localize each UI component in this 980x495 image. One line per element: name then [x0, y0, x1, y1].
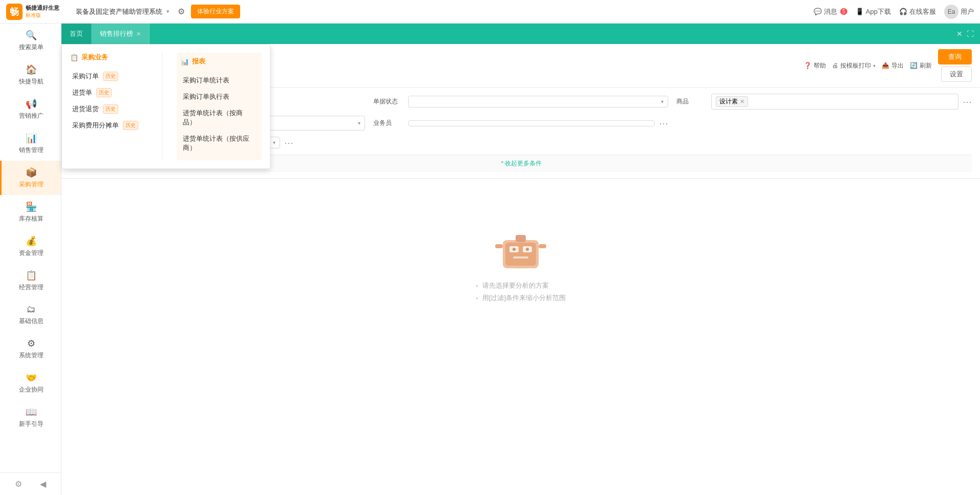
app-download-button[interactable]: 📱 App下载: [856, 7, 891, 16]
sidebar-item-purchase[interactable]: 📦 采购管理: [0, 161, 61, 195]
tab-close-window-icon[interactable]: ✕: [956, 30, 963, 38]
avatar: Ea: [944, 5, 958, 19]
system-title-bar: 装备及固定资产辅助管理系统 ▾ ⚙: [76, 7, 185, 16]
empty-tips: 请先选择要分析的方案 用[过滤]条件来缩小分析范围: [476, 281, 566, 306]
sidebar-bottom: ⚙ ◀: [0, 472, 61, 495]
trial-button[interactable]: 体验行业方案: [191, 5, 240, 18]
menu-item-purchase-order-stats[interactable]: 采购订单统计表: [181, 72, 258, 89]
report-section-title: 📊 报表: [181, 57, 258, 66]
sidebar-item-inventory[interactable]: 🏪 库存核算: [0, 195, 61, 229]
collapse-icon: ⌃: [500, 160, 505, 167]
tab-home[interactable]: 首页: [61, 24, 92, 44]
sidebar-item-nav[interactable]: 🏠 快捷导航: [0, 58, 61, 92]
goods-more-icon[interactable]: ⋯: [963, 96, 972, 107]
sidebar-label-system: 系统管理: [19, 351, 44, 360]
sidebar-item-finance[interactable]: 💰 资金管理: [0, 229, 61, 264]
goods-tag-remove[interactable]: ✕: [740, 98, 744, 105]
filter-goods: 商品 设计素 ✕ ⋯: [676, 94, 972, 110]
messages-button[interactable]: 💬 消息 5: [814, 7, 847, 16]
tab-sales-rank-label: 销售排行榜: [100, 29, 133, 38]
header-right: 💬 消息 5 📱 App下载 🎧 在线客服 Ea 用户: [814, 5, 974, 19]
export-button[interactable]: 📤 导出: [882, 61, 904, 70]
sidebar-item-sales[interactable]: 📊 销售管理: [0, 126, 61, 161]
status-input[interactable]: ▾: [408, 96, 669, 107]
sidebar-label-operation: 经营管理: [19, 283, 44, 292]
rank-dropdown-icon: ▾: [358, 120, 360, 126]
svg-rect-5: [513, 248, 516, 251]
goods-tag: 设计素 ✕: [716, 96, 748, 107]
online-service-button[interactable]: 🎧 在线客服: [899, 7, 936, 16]
print-dropdown-icon[interactable]: ▾: [873, 63, 876, 69]
sidebar-item-basic[interactable]: 🗂 基础信息: [0, 298, 61, 332]
report-section-icon: 📊: [181, 58, 189, 66]
refresh-button[interactable]: 🔄 刷新: [910, 61, 932, 70]
svg-rect-7: [513, 256, 528, 259]
system-settings-icon[interactable]: ⚙: [178, 7, 185, 16]
top-header: 畅 畅捷通好生意 标准版 装备及固定资产辅助管理系统 ▾ ⚙ 体验行业方案 💬 …: [0, 0, 980, 24]
help-button[interactable]: ❓ 帮助: [804, 61, 826, 70]
menu-item-goods-in[interactable]: 进货单 历史: [70, 84, 147, 101]
system-icon: ⚙: [27, 338, 35, 349]
svg-rect-8: [516, 235, 526, 242]
sidebar-item-operation[interactable]: 📋 经营管理: [0, 264, 61, 298]
tab-sales-rank[interactable]: 销售排行榜 ✕: [92, 24, 150, 44]
sidebar-item-system[interactable]: ⚙ 系统管理: [0, 332, 61, 366]
tab-home-label: 首页: [70, 29, 83, 38]
logo-text: 畅捷通好生意 标准版: [26, 4, 59, 19]
menu-item-purchase-order[interactable]: 采购订单 历史: [70, 68, 147, 84]
menu-item-goods-stats-by-product[interactable]: 进货单统计表（按商品）: [181, 105, 258, 131]
system-title-chevron[interactable]: ▾: [166, 8, 169, 15]
filter-status: 单据状态 ▾: [373, 96, 669, 107]
empty-illustration: [490, 220, 551, 271]
sidebar-item-search[interactable]: 🔍 搜索菜单: [0, 24, 61, 58]
logo-icon: 畅: [6, 4, 23, 20]
sidebar-item-marketing[interactable]: 📢 营销推广: [0, 92, 61, 126]
sidebar-settings-icon[interactable]: ⚙: [15, 479, 22, 489]
query-button[interactable]: 查询: [938, 49, 972, 64]
sidebar-item-collab[interactable]: 🤝 企业协同: [0, 366, 61, 400]
user-button[interactable]: Ea 用户: [944, 5, 974, 19]
report-menu-section: 📊 报表 采购订单统计表 采购订单执行表 进货单统计表（按商品） 进货单统计表（…: [177, 53, 262, 160]
menu-item-purchase-order-exec[interactable]: 采购订单执行表: [181, 89, 258, 105]
system-title-text: 装备及固定资产辅助管理系统: [76, 7, 162, 16]
sidebar-label-inventory: 库存核算: [19, 214, 44, 223]
settings-button[interactable]: 设置: [941, 67, 972, 82]
filter-salesperson: 业务员 ⋯: [373, 118, 669, 129]
menu-divider: [162, 53, 162, 160]
empty-tip-1: 请先选择要分析的方案: [476, 281, 566, 290]
badge-purchase-order: 历史: [103, 72, 118, 81]
home-icon: 🏠: [26, 64, 37, 75]
svg-rect-6: [526, 248, 529, 251]
badge-purchase-cost: 历史: [123, 121, 138, 130]
salesperson-input[interactable]: [408, 120, 655, 126]
sidebar-label-sales: 销售管理: [19, 146, 44, 155]
print-button[interactable]: 🖨 按模板打印 ▾: [832, 61, 876, 70]
phone-icon: 📱: [856, 8, 864, 15]
goods-label: 商品: [676, 97, 707, 106]
sidebar-collapse-icon[interactable]: ◀: [40, 479, 46, 489]
empty-robot-svg: [490, 220, 551, 271]
menu-item-goods-stats-by-supplier[interactable]: 进货单统计表（按供应商）: [181, 131, 258, 156]
sidebar-label-nav: 快捷导航: [19, 77, 44, 86]
sidebar-label-guide: 新手引导: [19, 420, 44, 428]
salesperson-label: 业务员: [373, 119, 404, 127]
message-badge: 5: [840, 8, 847, 15]
help-icon: ❓: [804, 62, 812, 69]
sidebar-item-guide[interactable]: 📖 新手引导: [0, 400, 61, 435]
tab-actions: ✕ ⛶: [950, 24, 980, 44]
empty-tip-2: 用[过滤]条件来缩小分析范围: [476, 293, 566, 303]
sidebar-label-finance: 资金管理: [19, 249, 44, 257]
refresh-icon: 🔄: [910, 62, 918, 69]
tab-maximize-icon[interactable]: ⛶: [967, 30, 974, 38]
menu-item-goods-return[interactable]: 进货退货 历史: [70, 101, 147, 117]
salesperson-more-icon[interactable]: ⋯: [659, 118, 668, 129]
customer-more-icon[interactable]: ⋯: [284, 137, 293, 148]
goods-tag-input[interactable]: 设计素 ✕: [711, 94, 958, 110]
operation-icon: 📋: [26, 270, 37, 281]
sidebar: 🔍 搜索菜单 🏠 快捷导航 📢 营销推广 📊 销售管理 📦 采购管理 🏪 库存核…: [0, 24, 61, 495]
tab-close-icon[interactable]: ✕: [136, 31, 141, 37]
menu-item-purchase-cost[interactable]: 采购费用分摊单 历史: [70, 117, 147, 134]
purchase-icon: 📦: [26, 167, 37, 178]
badge-goods-return: 历史: [103, 104, 118, 114]
guide-icon: 📖: [26, 406, 37, 418]
